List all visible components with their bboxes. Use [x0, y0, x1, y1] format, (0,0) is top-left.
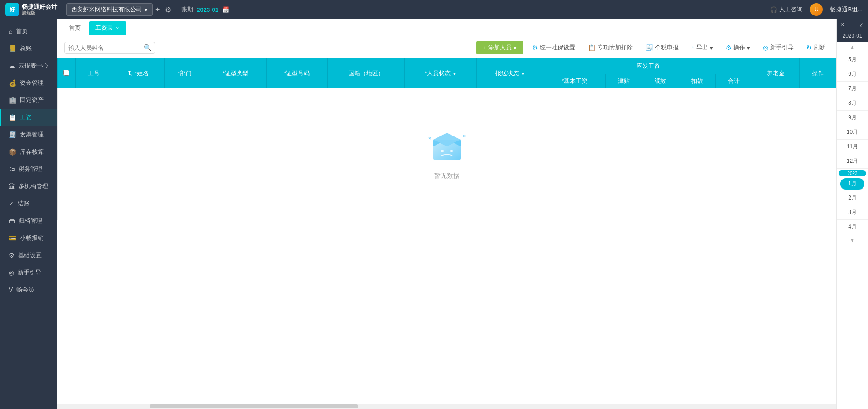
sidebar-item-ledger[interactable]: 📒 总账	[0, 40, 57, 57]
deduct-label: 专项附加扣除	[597, 44, 633, 52]
sidebar-item-multi-org[interactable]: 🏛 多机构管理	[0, 178, 57, 195]
th-wage-group: 应发工资	[544, 58, 752, 74]
sidebar: ⌂ 首页 📒 总账 ☁ 云报表中心 💰 资金管理 🏢 固定资产 📋 工资 🧾 发…	[0, 19, 57, 409]
sidebar-item-label: 云报表中心	[19, 62, 48, 70]
add-company-btn[interactable]: +	[153, 4, 162, 15]
sidebar-item-tax[interactable]: 🗂 税务管理	[0, 161, 57, 178]
social-security-btn[interactable]: ⚙ 统一社保设置	[529, 42, 579, 54]
sidebar-item-closing[interactable]: ✓ 结账	[0, 195, 57, 212]
sidebar-item-salary[interactable]: 📋 工资	[0, 109, 57, 126]
personal-tax-btn[interactable]: 🧾 个税申报	[642, 42, 682, 54]
operations-dropdown-icon: ▾	[747, 44, 750, 51]
content-area: 首页 工资表 × 🔍 + 添加人员 ▾ ⚙ 统一社保设置	[57, 19, 836, 409]
sidebar-item-label: 畅会员	[16, 286, 34, 294]
sidebar-item-label: 结账	[18, 200, 29, 208]
sidebar-item-label: 新手引导	[18, 268, 41, 277]
scroll-bar-area[interactable]	[57, 404, 836, 409]
month-item-2022-05[interactable]: 5月	[837, 53, 868, 67]
th-checkbox[interactable]	[58, 58, 76, 88]
th-total: 合计	[716, 74, 752, 88]
status-filter-icon: ▼	[452, 71, 456, 76]
sidebar-item-expense[interactable]: 💳 小畅报销	[0, 229, 57, 247]
panel-max-btn[interactable]: ⤢	[859, 21, 864, 28]
sidebar-item-settings[interactable]: ⚙ 基础设置	[0, 247, 57, 264]
export-dropdown-icon: ▾	[710, 44, 713, 51]
tax-action-icon: 🧾	[645, 44, 653, 51]
sidebar-item-label: 小畅报销	[20, 234, 44, 242]
calendar-icon[interactable]: 📅	[222, 6, 229, 13]
empty-row: 暂无数据	[58, 88, 836, 220]
inventory-icon: 📦	[9, 148, 16, 156]
month-item-2022-08[interactable]: 8月	[837, 96, 868, 111]
add-dropdown-icon: ▾	[514, 44, 517, 51]
tab-home[interactable]: 首页	[63, 21, 87, 35]
sidebar-item-label: 发票管理	[20, 131, 44, 139]
th-cert-no: *证型号码	[266, 58, 327, 88]
panel-up-btn[interactable]: ▲	[837, 42, 868, 53]
month-item-2022-12[interactable]: 12月	[837, 154, 868, 169]
table-header-row: 工号 ⇅ *姓名 *部门 *证型类型 *证型号码 国籍（地区） *人员状态 ▼ …	[58, 58, 836, 74]
special-deduct-btn[interactable]: 📋 专项附加扣除	[584, 42, 636, 54]
month-item-2022-06[interactable]: 6月	[837, 67, 868, 82]
select-all-checkbox[interactable]	[63, 70, 69, 76]
sidebar-item-inventory[interactable]: 📦 库存核算	[0, 143, 57, 161]
sidebar-item-guide[interactable]: ◎ 新手引导	[0, 264, 57, 281]
salary-icon: 📋	[9, 114, 16, 121]
sidebar-item-invoice[interactable]: 🧾 发票管理	[0, 126, 57, 143]
operations-btn[interactable]: ⚙ 操作 ▾	[722, 42, 754, 54]
tab-bar: 首页 工资表 ×	[57, 19, 836, 37]
app-logo-icon: 好	[5, 3, 19, 16]
month-item-2022-09[interactable]: 9月	[837, 111, 868, 125]
sidebar-item-archive[interactable]: 🗃 归档管理	[0, 212, 57, 229]
sidebar-item-fixed-assets[interactable]: 🏢 固定资产	[0, 92, 57, 109]
social-icon: ⚙	[532, 44, 538, 51]
search-input[interactable]	[68, 44, 141, 51]
export-btn[interactable]: ↑ 导出 ▾	[688, 42, 717, 54]
search-wrap: 🔍	[64, 42, 155, 54]
month-item-2023-01[interactable]: 1月	[840, 178, 864, 190]
sidebar-item-label: 多机构管理	[19, 182, 48, 190]
add-person-button[interactable]: + 添加人员 ▾	[476, 41, 523, 54]
refresh-btn[interactable]: ↻ 刷新	[803, 42, 829, 54]
sidebar-item-label: 资金管理	[20, 79, 44, 87]
expense-icon: 💳	[9, 234, 16, 242]
th-report-status[interactable]: 报送状态 ▼	[476, 58, 544, 88]
sidebar-item-home[interactable]: ⌂ 首页	[0, 23, 57, 40]
guide-btn[interactable]: ◎ 新手引导	[759, 42, 797, 54]
panel-close-btn[interactable]: ×	[840, 21, 844, 28]
th-deduct: 扣款	[679, 74, 715, 88]
company-selector[interactable]: 西安虾米网络科技有限公司 ▾	[66, 3, 153, 16]
th-pension: 养老金	[752, 58, 800, 88]
sidebar-item-label: 工资	[20, 113, 32, 122]
month-item-2022-11[interactable]: 11月	[837, 140, 868, 154]
th-allowance: 津贴	[605, 74, 642, 88]
period-value: 2023-01	[197, 6, 218, 13]
logo-area: 好 畅捷通好会计 旗舰版	[5, 3, 57, 16]
month-item-2022-10[interactable]: 10月	[837, 125, 868, 140]
sidebar-item-member[interactable]: V 畅会员	[0, 281, 57, 298]
tab-home-label: 首页	[69, 24, 81, 32]
member-icon: V	[9, 286, 13, 293]
settings-icon[interactable]: ⚙	[162, 4, 174, 16]
th-cert-type: *证型类型	[205, 58, 267, 88]
th-name[interactable]: ⇅ *姓名	[112, 58, 165, 88]
month-item-2022-07[interactable]: 7月	[837, 82, 868, 96]
month-item-2023-02[interactable]: 2月	[837, 191, 868, 205]
search-icon: 🔍	[144, 44, 151, 51]
period-area: 账期 2023-01 📅	[181, 5, 229, 14]
sidebar-item-cloud-report[interactable]: ☁ 云报表中心	[0, 57, 57, 74]
refresh-label: 刷新	[814, 44, 825, 52]
scroll-thumb[interactable]	[150, 404, 358, 408]
month-item-2023-03[interactable]: 3月	[837, 205, 868, 220]
export-icon: ↑	[691, 44, 694, 51]
month-item-2023-04[interactable]: 4月	[837, 220, 868, 234]
panel-down-btn[interactable]: ▼	[837, 234, 868, 245]
service-btn[interactable]: 🎧 人工咨询	[770, 5, 803, 14]
tab-salary[interactable]: 工资表 ×	[89, 21, 126, 35]
tab-salary-label: 工资表	[95, 24, 113, 32]
tab-salary-close[interactable]: ×	[115, 25, 120, 31]
th-status[interactable]: *人员状态 ▼	[405, 58, 476, 88]
cloud-icon: ☁	[9, 62, 15, 69]
sidebar-item-fund[interactable]: 💰 资金管理	[0, 74, 57, 92]
deduct-icon: 📋	[588, 44, 596, 51]
